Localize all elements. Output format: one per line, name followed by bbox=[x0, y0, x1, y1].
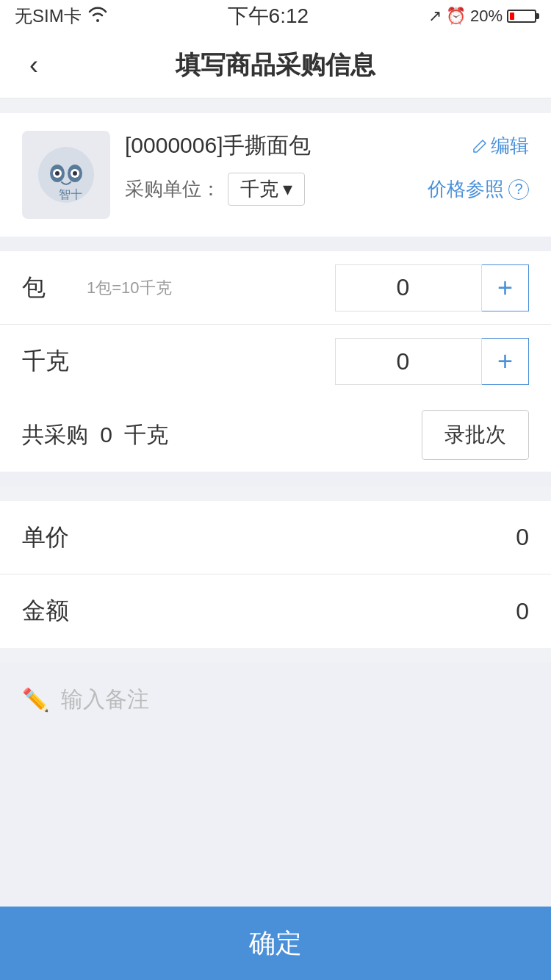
bag-input-control: + bbox=[335, 264, 529, 311]
total-section: 共采购 0 千克 录批次 bbox=[0, 398, 551, 472]
wifi-icon bbox=[87, 6, 108, 26]
kg-input[interactable] bbox=[335, 338, 482, 385]
unit-row: 采购单位： 千克 ▾ 价格参照 ? bbox=[125, 173, 529, 206]
notes-placeholder: 输入备注 bbox=[61, 685, 149, 715]
chevron-down-icon: ▾ bbox=[283, 178, 292, 201]
status-left: 无SIM卡 bbox=[15, 4, 108, 28]
status-time: 下午6:12 bbox=[228, 2, 309, 30]
product-logo: 智十 bbox=[37, 145, 96, 204]
price-ref-button[interactable]: 价格参照 ? bbox=[428, 176, 529, 202]
input-section: 包 1包=10千克 + 千克 + bbox=[0, 251, 551, 398]
kg-input-row: 千克 + bbox=[0, 325, 551, 398]
location-icon: ↗ bbox=[428, 7, 442, 26]
amount-row: 金额 0 bbox=[0, 574, 551, 648]
product-thumbnail: 智十 bbox=[22, 131, 110, 219]
back-button[interactable]: ‹ bbox=[22, 43, 46, 88]
product-card: 智十 [0000006]手撕面包 编辑 采购单位： 千克 ▾ bbox=[0, 113, 551, 237]
batch-button[interactable]: 录批次 bbox=[422, 410, 529, 460]
carrier-text: 无SIM卡 bbox=[15, 4, 82, 28]
unit-price-row: 单价 0 bbox=[0, 501, 551, 574]
product-name-row: [0000006]手撕面包 编辑 bbox=[125, 131, 529, 161]
unit-price-value: 0 bbox=[516, 524, 529, 551]
kg-plus-button[interactable]: + bbox=[482, 338, 529, 385]
price-section: 单价 0 金额 0 bbox=[0, 501, 551, 648]
svg-text:智十: 智十 bbox=[59, 188, 82, 201]
bag-input-row: 包 1包=10千克 + bbox=[0, 251, 551, 325]
main-content: 智十 [0000006]手撕面包 编辑 采购单位： 千克 ▾ bbox=[0, 113, 551, 980]
bag-label: 包 bbox=[22, 272, 81, 304]
divider-2 bbox=[0, 472, 551, 486]
bag-input[interactable] bbox=[335, 264, 482, 311]
unit-price-label: 单价 bbox=[22, 522, 69, 554]
edit-button[interactable]: 编辑 bbox=[472, 133, 529, 159]
page-title: 填写商品采购信息 bbox=[176, 48, 375, 82]
unit-label: 采购单位： bbox=[125, 176, 220, 202]
notes-section[interactable]: ✏️ 输入备注 bbox=[0, 663, 551, 737]
unit-select[interactable]: 千克 ▾ bbox=[228, 173, 305, 206]
product-info: [0000006]手撕面包 编辑 采购单位： 千克 ▾ 价格 bbox=[125, 131, 529, 206]
battery-icon bbox=[507, 10, 536, 23]
alarm-icon: ⏰ bbox=[446, 7, 466, 26]
amount-value: 0 bbox=[516, 598, 529, 625]
kg-input-control: + bbox=[335, 338, 529, 385]
svg-point-6 bbox=[73, 171, 77, 176]
edit-icon bbox=[472, 138, 488, 154]
help-icon: ? bbox=[508, 179, 529, 200]
bag-plus-button[interactable]: + bbox=[482, 264, 529, 311]
bag-sublabel: 1包=10千克 bbox=[87, 277, 335, 299]
status-right: ↗ ⏰ 20% bbox=[428, 7, 536, 26]
confirm-button[interactable]: 确定 bbox=[0, 907, 551, 980]
total-text: 共采购 0 千克 bbox=[22, 420, 168, 450]
battery-percent: 20% bbox=[470, 7, 503, 26]
divider-1 bbox=[0, 237, 551, 251]
kg-label: 千克 bbox=[22, 345, 81, 378]
pencil-icon: ✏️ bbox=[22, 687, 49, 713]
product-name: [0000006]手撕面包 bbox=[125, 131, 311, 161]
status-bar: 无SIM卡 下午6:12 ↗ ⏰ 20% bbox=[0, 0, 551, 32]
nav-bar: ‹ 填写商品采购信息 bbox=[0, 32, 551, 98]
amount-label: 金额 bbox=[22, 595, 69, 627]
svg-point-5 bbox=[55, 171, 60, 176]
